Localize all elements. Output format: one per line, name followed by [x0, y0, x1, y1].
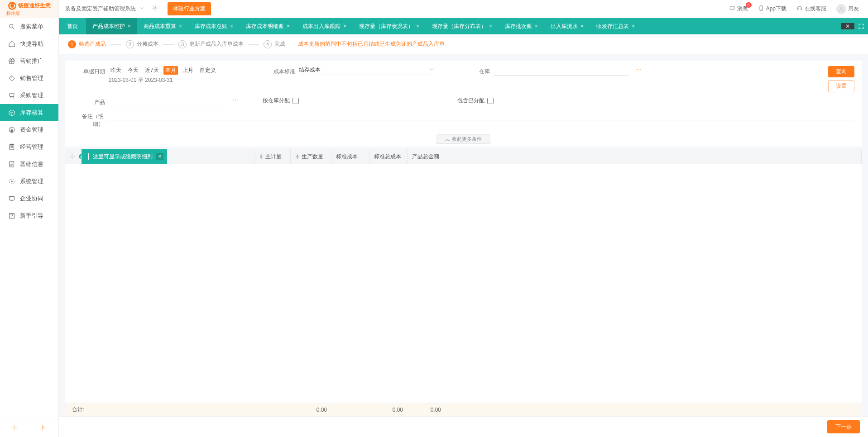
brand-logo: 畅捷通好生意 标准版	[0, 0, 58, 18]
logo-icon	[8, 2, 16, 10]
nav-purchase[interactable]: 采购管理	[0, 87, 58, 104]
warehouse-input[interactable]	[494, 66, 629, 76]
close-hint-button[interactable]: ×	[156, 153, 163, 160]
svg-point-5	[13, 98, 14, 98]
nav-guide[interactable]: 新手引导	[0, 207, 58, 224]
nav-quicknav[interactable]: 快捷导航	[0, 35, 58, 52]
query-button[interactable]: 查询	[828, 66, 854, 77]
close-icon[interactable]: ×	[128, 23, 131, 29]
product-more-icon[interactable]: ⋯	[233, 97, 238, 103]
sort-icon: ▲▼	[295, 154, 300, 159]
message-icon	[729, 5, 735, 13]
nav-system[interactable]: 系统管理	[0, 173, 58, 190]
date-custom[interactable]: 自定义	[198, 66, 218, 75]
nav-search[interactable]: 搜索菜单	[0, 18, 58, 35]
messages-button[interactable]: 消息 6	[726, 5, 751, 13]
date-today[interactable]: 今天	[126, 66, 140, 75]
gear-icon[interactable]	[149, 5, 161, 13]
close-icon[interactable]: ×	[580, 23, 584, 29]
settings-button[interactable]: 设置	[828, 80, 854, 92]
close-icon[interactable]: ×	[287, 23, 290, 29]
date-last-month[interactable]: 上月	[181, 66, 195, 75]
collapse-filters-button[interactable]: ︽ 收起更多条件	[72, 133, 854, 147]
col-prod-qty[interactable]: ▲▼生产数量	[291, 149, 331, 164]
help-icon	[8, 212, 15, 219]
svg-point-14	[14, 427, 16, 428]
nav: 搜索菜单 快捷导航 营销推广 销售管理 采购管理 库存核算 资金管理 经营管理 …	[0, 18, 58, 419]
tabbar: 首页 产品成本维护× 商品成本重算× 库存成本总账× 库存成本明细账× 成本出入…	[59, 18, 868, 34]
close-all-tabs-button[interactable]: ✕	[841, 23, 854, 29]
clipboard-icon	[8, 143, 15, 151]
tab-cost-inout[interactable]: 成本出入库跟踪×	[296, 18, 353, 34]
step-3: 3更新产成品入库单成本	[178, 40, 244, 48]
svg-point-11	[11, 181, 13, 182]
phone-icon	[758, 5, 764, 13]
tab-home[interactable]: 首页	[59, 18, 86, 34]
tab-product-cost[interactable]: 产品成本维护×	[86, 18, 137, 34]
bottom-bar: 下一步	[59, 416, 868, 437]
sidebar: 畅捷通好生意 标准版 搜索菜单 快捷导航 营销推广 销售管理 采购管理 库存核算…	[0, 0, 59, 437]
nav-finance[interactable]: 资金管理	[0, 121, 58, 138]
close-icon[interactable]: ×	[416, 23, 419, 29]
nav-business[interactable]: 经营管理	[0, 138, 58, 156]
product-input[interactable]	[109, 97, 226, 106]
home-icon	[8, 40, 15, 48]
sidebar-footer	[0, 419, 58, 437]
tab-cost-detail[interactable]: 库存成本明细账×	[240, 18, 296, 34]
close-icon[interactable]: ×	[179, 23, 182, 29]
date-last7[interactable]: 近7天	[143, 66, 161, 75]
tab-cost-ledger[interactable]: 库存成本总账×	[188, 18, 240, 34]
date-yesterday[interactable]: 昨天	[109, 66, 123, 75]
include-allocated-checkbox[interactable]: 包含已分配	[457, 97, 494, 104]
close-icon[interactable]: ×	[489, 23, 492, 29]
user-menu[interactable]: 用友	[834, 4, 862, 14]
tab-stock-status[interactable]: 现存量（库存状况表）×	[353, 18, 426, 34]
nav-inventory[interactable]: 库存核算	[0, 104, 58, 121]
svg-point-10	[10, 179, 14, 184]
col-prod-total[interactable]: 产品总金额	[408, 149, 862, 164]
total-std-total: 0.00	[369, 407, 408, 413]
nav-basicinfo[interactable]: 基础信息	[0, 156, 58, 173]
tab-batch-ledger[interactable]: 库存批次账×	[499, 18, 544, 34]
support-button[interactable]: 在线客服	[794, 5, 829, 13]
svg-point-0	[10, 24, 13, 28]
step-1: 1筛选产成品	[68, 40, 106, 48]
col-std-cost[interactable]: 标准成本	[331, 149, 369, 164]
nav-sales[interactable]: 销售管理	[0, 70, 58, 87]
table-body	[65, 164, 862, 403]
collapse-sidebar-icon[interactable]	[41, 424, 47, 432]
nav-collab[interactable]: 企业协同	[0, 190, 58, 207]
close-icon[interactable]: ×	[535, 23, 538, 29]
app-download-button[interactable]: App下载	[755, 5, 789, 13]
settings-icon[interactable]	[11, 424, 18, 432]
date-label: 单据日期	[72, 66, 105, 76]
tab-rsd-summary[interactable]: 收发存汇总表×	[590, 18, 641, 34]
step-2: 2分摊成本	[126, 40, 158, 48]
col-main-qty[interactable]: ▲▼主计量	[254, 149, 291, 164]
next-button[interactable]: 下一步	[827, 420, 860, 433]
warehouse-more-icon[interactable]: ⋯	[636, 66, 641, 72]
brand-name: 畅捷通好生意	[18, 2, 51, 10]
chevron-down-icon: ﹀	[429, 66, 435, 74]
step-note: 成本更新的范围中不包括已月结或已生成凭证的产成品入库单	[298, 40, 445, 48]
svg-point-4	[10, 98, 11, 98]
brand-edition: 标准版	[6, 10, 20, 17]
totals-label: 合计:	[65, 406, 91, 413]
tab-stock-dist[interactable]: 现存量（库存分布表）×	[426, 18, 499, 34]
trial-button[interactable]: 体验行业方案	[168, 2, 211, 15]
by-warehouse-checkbox[interactable]: 按仓库分配	[263, 97, 299, 104]
system-selector[interactable]: 装备及固定资产辅助管理系统 ﹀	[65, 5, 145, 13]
close-icon[interactable]: ×	[343, 23, 346, 29]
main: 装备及固定资产辅助管理系统 ﹀ 体验行业方案 消息 6 App下载 在线客服 用	[59, 0, 868, 437]
close-icon[interactable]: ×	[632, 23, 635, 29]
date-this-month[interactable]: 本月	[163, 66, 178, 75]
col-std-total[interactable]: 标准总成本	[369, 149, 408, 164]
close-icon[interactable]: ×	[230, 23, 233, 29]
tab-inout-flow[interactable]: 出入库流水×	[544, 18, 590, 34]
box-icon	[8, 109, 15, 116]
cost-standard-select[interactable]: 结存成本 ﹀	[299, 66, 435, 75]
nav-marketing[interactable]: 营销推广	[0, 52, 58, 70]
tab-cost-recalc[interactable]: 商品成本重算×	[137, 18, 188, 34]
fullscreen-button[interactable]	[854, 23, 868, 29]
remark-input[interactable]	[107, 111, 854, 120]
